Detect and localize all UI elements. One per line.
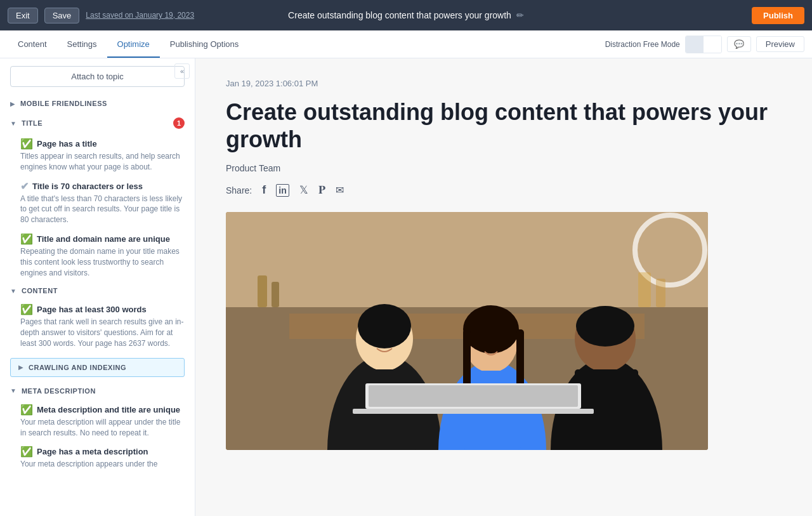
check-word-count-text: Page has at least 300 words bbox=[37, 305, 147, 314]
section-title-label: TITLE bbox=[22, 119, 173, 127]
check-meta-unique-desc: Your meta description will appear under … bbox=[20, 417, 185, 439]
share-email-icon[interactable]: ✉ bbox=[336, 184, 344, 196]
svg-rect-25 bbox=[656, 279, 665, 307]
check-title-desc: Titles appear in search results, and hel… bbox=[20, 151, 185, 173]
check-meta-exists: ✅ Page has a meta description Your meta … bbox=[0, 442, 195, 473]
check-word-count: ✅ Page has at least 300 words Pages that… bbox=[0, 300, 195, 352]
nav-tabs: Content Settings Optimize Publishing Opt… bbox=[0, 30, 812, 58]
top-bar-title: Create outstanding blog content that pow… bbox=[288, 10, 511, 20]
section-meta-title: META DESCRIPTION bbox=[22, 387, 185, 395]
section-mobile-title: MOBILE FRIENDLINESS bbox=[20, 100, 185, 107]
section-title[interactable]: ▼ TITLE 1 bbox=[0, 112, 195, 134]
section-crawling-title: CRAWLING AND INDEXING bbox=[29, 364, 176, 371]
check-pass-icon-4: ✅ bbox=[20, 404, 33, 416]
toggle-off-button[interactable] bbox=[686, 36, 704, 53]
section-mobile[interactable]: ▶ MOBILE FRIENDLINESS bbox=[0, 95, 195, 112]
svg-rect-23 bbox=[272, 282, 279, 307]
chevron-right-icon: ▶ bbox=[10, 100, 15, 107]
post-timestamp: Jan 19, 2023 1:06:01 PM bbox=[226, 79, 782, 88]
svg-point-17 bbox=[576, 306, 634, 347]
top-bar: Exit Save Last saved on January 19, 2023… bbox=[0, 0, 812, 30]
section-content-title: CONTENT bbox=[22, 287, 185, 294]
check-title-length-text: Title is 70 characters or less bbox=[32, 182, 143, 191]
comment-button[interactable]: 💬 bbox=[727, 36, 751, 52]
tab-optimize[interactable]: Optimize bbox=[107, 32, 160, 58]
svg-rect-12 bbox=[463, 329, 471, 387]
last-saved-link[interactable]: Last saved on January 19, 2023 bbox=[86, 11, 194, 20]
svg-rect-13 bbox=[516, 329, 524, 387]
share-row: Share: f in 𝕏 𝐏 ✉ bbox=[226, 183, 782, 197]
main-layout: « Attach to topic ▶ MOBILE FRIENDLINESS … bbox=[0, 58, 812, 516]
sidebar: « Attach to topic ▶ MOBILE FRIENDLINESS … bbox=[0, 58, 195, 516]
chevron-down-icon: ▼ bbox=[10, 120, 16, 127]
publish-button[interactable]: Publish bbox=[752, 7, 804, 24]
check-title-unique: ✅ Title and domain name are unique Repea… bbox=[0, 229, 195, 282]
check-meta-exists-desc: Your meta description appears under the bbox=[20, 459, 185, 470]
check-title-length-desc: A title that's less than 70 characters i… bbox=[20, 194, 185, 225]
content-area: Jan 19, 2023 1:06:01 PM Create outstandi… bbox=[195, 58, 812, 516]
share-linkedin-icon[interactable]: in bbox=[276, 184, 289, 197]
section-content[interactable]: ▼ CONTENT bbox=[0, 282, 195, 300]
check-pass-icon: ✅ bbox=[20, 138, 33, 150]
check-title-length: ✔ Title is 70 characters or less A title… bbox=[0, 176, 195, 229]
chevron-down-icon-3: ▼ bbox=[10, 387, 16, 394]
svg-rect-20 bbox=[369, 385, 578, 407]
svg-rect-24 bbox=[638, 272, 651, 307]
nav-right: Distraction Free Mode 💬 Preview bbox=[605, 36, 804, 53]
preview-button[interactable]: Preview bbox=[756, 36, 804, 52]
post-title: Create outstanding blog content that pow… bbox=[226, 98, 782, 153]
check-title-text: Page has a title bbox=[37, 139, 97, 149]
check-pass-icon-5: ✅ bbox=[20, 446, 33, 458]
check-meta-unique-text: Meta description and title are unique bbox=[37, 405, 180, 414]
svg-rect-22 bbox=[258, 275, 267, 307]
svg-point-7 bbox=[358, 304, 411, 348]
check-title-unique-desc: Repeating the domain name in your title … bbox=[20, 246, 185, 278]
check-warn-icon: ✔ bbox=[20, 180, 29, 192]
sidebar-collapse-button[interactable]: « bbox=[174, 63, 190, 79]
toggle-on-button[interactable] bbox=[704, 36, 721, 53]
share-facebook-icon[interactable]: f bbox=[262, 183, 266, 197]
comment-icon: 💬 bbox=[734, 39, 744, 49]
distraction-toggle bbox=[685, 36, 722, 53]
check-pass-icon-2: ✅ bbox=[20, 233, 33, 245]
share-twitter-icon[interactable]: 𝕏 bbox=[299, 183, 308, 197]
check-pass-icon-3: ✅ bbox=[20, 303, 33, 315]
post-author: Product Team bbox=[226, 163, 782, 173]
share-pinterest-icon[interactable]: 𝐏 bbox=[318, 183, 325, 197]
tab-content[interactable]: Content bbox=[8, 32, 57, 58]
check-word-count-desc: Pages that rank well in search results g… bbox=[20, 317, 185, 348]
section-meta[interactable]: ▼ META DESCRIPTION bbox=[0, 382, 195, 400]
svg-rect-18 bbox=[353, 409, 594, 414]
check-title-unique-text: Title and domain name are unique bbox=[37, 234, 170, 244]
top-bar-center: Create outstanding blog content that pow… bbox=[288, 10, 524, 20]
post-image bbox=[226, 212, 708, 450]
chevron-down-icon-2: ▼ bbox=[10, 288, 16, 294]
exit-button[interactable]: Exit bbox=[8, 8, 38, 23]
crawling-section-wrapper: ▶ CRAWLING AND INDEXING bbox=[0, 353, 195, 382]
section-crawling[interactable]: ▶ CRAWLING AND INDEXING bbox=[10, 358, 185, 377]
svg-point-11 bbox=[463, 305, 519, 354]
attach-topic-button[interactable]: Attach to topic bbox=[10, 66, 185, 87]
check-meta-exists-text: Page has a meta description bbox=[37, 447, 148, 456]
distraction-label: Distraction Free Mode bbox=[605, 40, 680, 49]
chevron-right-icon-2: ▶ bbox=[18, 364, 23, 371]
save-button[interactable]: Save bbox=[44, 8, 80, 23]
title-badge: 1 bbox=[173, 117, 185, 129]
edit-title-icon[interactable]: ✏ bbox=[516, 10, 524, 20]
share-label: Share: bbox=[226, 185, 252, 195]
check-page-has-title: ✅ Page has a title Titles appear in sear… bbox=[0, 134, 195, 176]
tab-settings[interactable]: Settings bbox=[57, 32, 107, 58]
check-meta-unique: ✅ Meta description and title are unique … bbox=[0, 400, 195, 442]
tab-publishing[interactable]: Publishing Options bbox=[160, 32, 249, 58]
